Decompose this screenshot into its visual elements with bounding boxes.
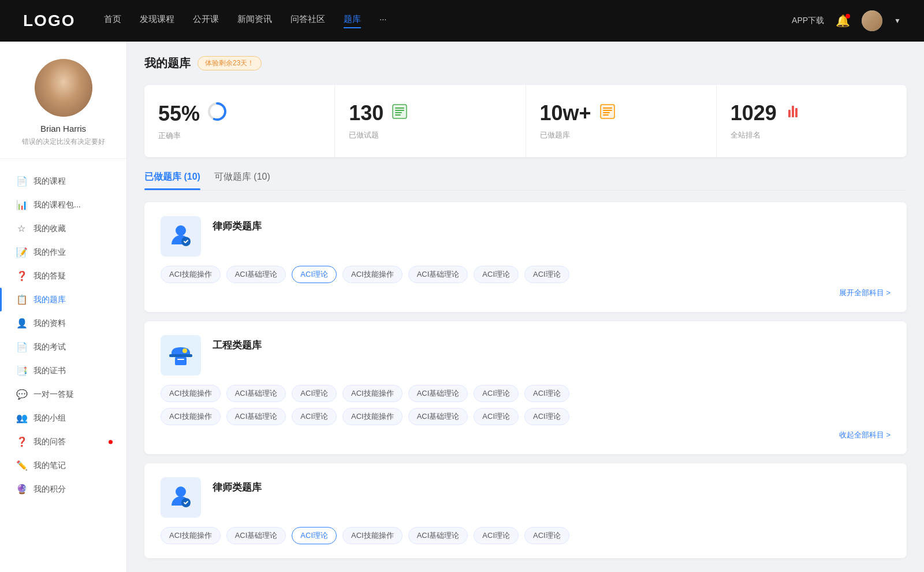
group-label: 我的小组	[33, 413, 66, 424]
certificate-label: 我的证书	[33, 366, 66, 376]
sidebar-item-one-on-one[interactable]: 💬 一对一答疑	[0, 382, 126, 406]
stat-accuracy: 55% 正确率	[144, 85, 335, 157]
eng-tag-theory-3[interactable]: ACI理论	[524, 385, 569, 402]
avatar-image	[862, 10, 882, 31]
sidebar-item-homework[interactable]: 📝 我的作业	[0, 240, 126, 264]
notification-badge	[845, 14, 850, 18]
eng-tag-theory-5[interactable]: ACI理论	[474, 408, 519, 425]
tag-aci-theory-1[interactable]: ACI理论	[292, 266, 337, 283]
law2-tag-theory-1[interactable]: ACI理论	[292, 527, 337, 544]
sidebar-item-course-package[interactable]: 📊 我的课程包...	[0, 193, 126, 217]
sidebar-item-points[interactable]: 🔮 我的积分	[0, 477, 126, 501]
notes-label: 我的笔记	[33, 460, 66, 471]
eng-tag-theory-4[interactable]: ACI理论	[292, 408, 337, 425]
eng-tag-skill-1[interactable]: ACI技能操作	[161, 385, 221, 402]
homework-label: 我的作业	[33, 247, 66, 258]
tab-available-banks[interactable]: 可做题库 (10)	[214, 171, 270, 190]
exam-icon: 📄	[16, 341, 27, 352]
tag-aci-basic-2[interactable]: ACI基础理论	[408, 266, 468, 283]
sidebar-item-my-qa[interactable]: ❓ 我的问答	[0, 430, 126, 454]
svg-point-17	[176, 225, 186, 236]
bank-card-lawyer-1-expand[interactable]: 展开全部科目 >	[161, 288, 891, 298]
eng-tag-theory-6[interactable]: ACI理论	[524, 408, 569, 425]
stat-done-questions-top: 130	[349, 101, 511, 125]
eng-tag-theory-1[interactable]: ACI理论	[292, 385, 337, 402]
points-icon: 🔮	[16, 484, 27, 495]
sidebar-item-question-bank[interactable]: 📋 我的题库	[0, 288, 126, 311]
exam-label: 我的考试	[33, 342, 66, 352]
notification-bell[interactable]: 🔔	[836, 14, 850, 28]
bank-card-engineer-1-info: 工程类题库	[213, 335, 262, 352]
eng-tag-basic-2[interactable]: ACI基础理论	[408, 385, 468, 402]
svg-rect-14	[792, 106, 794, 117]
tag-aci-theory-3[interactable]: ACI理论	[524, 266, 569, 283]
sidebar-item-notes[interactable]: ✏️ 我的笔记	[0, 454, 126, 477]
navbar: LOGO 首页 发现课程 公开课 新闻资讯 问答社区 题库 ··· APP下载 …	[0, 0, 924, 42]
law2-tag-basic-1[interactable]: ACI基础理论	[226, 527, 286, 544]
sidebar-item-my-course[interactable]: 📄 我的课程	[0, 169, 126, 193]
answers-label: 我的答疑	[33, 271, 66, 281]
nav-qa[interactable]: 问答社区	[290, 14, 325, 28]
tag-aci-theory-2[interactable]: ACI理论	[474, 266, 519, 283]
group-icon: 👥	[16, 413, 27, 424]
nav-discover[interactable]: 发现课程	[140, 14, 174, 28]
tab-done-banks[interactable]: 已做题库 (10)	[144, 171, 200, 190]
nav-news[interactable]: 新闻资讯	[237, 14, 272, 28]
bank-card-engineer-1-collapse[interactable]: 收起全部科目 >	[161, 430, 891, 440]
tag-aci-skill-2[interactable]: ACI技能操作	[342, 266, 403, 283]
stat-done-banks-icon	[598, 102, 617, 125]
sidebar-item-group[interactable]: 👥 我的小组	[0, 406, 126, 430]
question-bank-icon: 📋	[16, 294, 27, 305]
nav-home[interactable]: 首页	[104, 14, 121, 28]
svg-rect-15	[788, 110, 791, 117]
bank-card-lawyer-1-tags: ACI技能操作 ACI基础理论 ACI理论 ACI技能操作 ACI基础理论 AC…	[161, 266, 891, 283]
eng-tag-skill-3[interactable]: ACI技能操作	[161, 408, 221, 425]
law2-tag-basic-2[interactable]: ACI基础理论	[408, 527, 468, 544]
svg-rect-6	[395, 112, 402, 113]
law2-tag-skill-1[interactable]: ACI技能操作	[161, 527, 221, 544]
eng-tag-skill-2[interactable]: ACI技能操作	[342, 385, 403, 402]
sidebar-item-certificate[interactable]: 📑 我的证书	[0, 359, 126, 382]
navbar-right: APP下载 🔔 ▼	[792, 10, 901, 31]
points-label: 我的积分	[33, 484, 66, 495]
user-dropdown-icon[interactable]: ▼	[894, 17, 901, 25]
sidebar-item-favorites[interactable]: ☆ 我的收藏	[0, 217, 126, 240]
favorites-icon: ☆	[16, 223, 27, 234]
stat-accuracy-value: 55%	[158, 102, 200, 126]
stat-done-questions-label: 已做试题	[349, 130, 511, 140]
sidebar-item-answers[interactable]: ❓ 我的答疑	[0, 264, 126, 288]
svg-rect-20	[175, 357, 187, 365]
sidebar-motto: 错误的决定比没有决定要好	[12, 137, 115, 147]
bank-card-lawyer-2-title: 律师类题库	[213, 481, 262, 494]
app-download-button[interactable]: APP下载	[792, 16, 824, 26]
eng-tag-basic-1[interactable]: ACI基础理论	[226, 385, 286, 402]
nav-more[interactable]: ···	[379, 14, 387, 28]
svg-rect-11	[603, 110, 612, 111]
user-avatar[interactable]	[862, 10, 882, 31]
engineer-icon-wrapper	[161, 335, 201, 376]
eng-tag-theory-2[interactable]: ACI理论	[474, 385, 519, 402]
answers-icon: ❓	[16, 270, 27, 281]
eng-tag-basic-3[interactable]: ACI基础理论	[226, 408, 286, 425]
stat-done-banks-label: 已做题库	[540, 130, 702, 140]
sidebar-profile: Brian Harris 错误的决定比没有决定要好	[0, 59, 126, 159]
stat-done-questions: 130 已做试题	[335, 85, 526, 157]
sidebar-avatar	[35, 59, 92, 117]
svg-rect-5	[395, 110, 404, 111]
eng-tag-skill-4[interactable]: ACI技能操作	[342, 408, 403, 425]
eng-tag-basic-4[interactable]: ACI基础理论	[408, 408, 468, 425]
certificate-icon: 📑	[16, 365, 27, 376]
stat-ranking-top: 1029	[731, 101, 893, 125]
sidebar-item-exam[interactable]: 📄 我的考试	[0, 335, 126, 359]
stat-done-questions-value: 130	[349, 101, 383, 125]
tag-aci-basic-1[interactable]: ACI基础理论	[226, 266, 286, 283]
law2-tag-theory-3[interactable]: ACI理论	[524, 527, 569, 544]
law2-tag-theory-2[interactable]: ACI理论	[474, 527, 519, 544]
law2-tag-skill-2[interactable]: ACI技能操作	[342, 527, 403, 544]
lawyer-icon-wrapper	[161, 216, 201, 257]
nav-question-bank[interactable]: 题库	[344, 14, 361, 28]
my-qa-icon: ❓	[16, 436, 27, 447]
nav-open-course[interactable]: 公开课	[193, 14, 219, 28]
tag-aci-skill-1[interactable]: ACI技能操作	[161, 266, 221, 283]
sidebar-item-profile[interactable]: 👤 我的资料	[0, 311, 126, 335]
